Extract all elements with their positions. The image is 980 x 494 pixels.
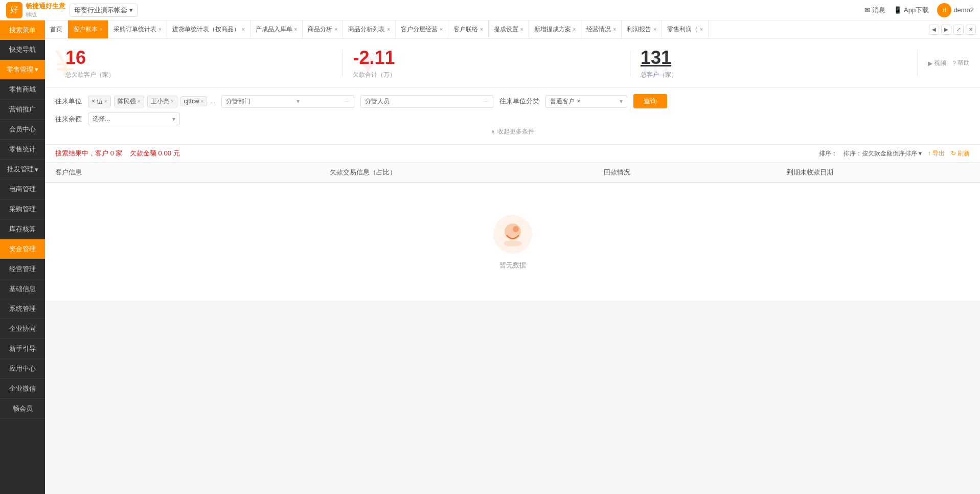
sidebar-item-wechat[interactable]: 企业微信 xyxy=(0,379,45,399)
store-selector[interactable]: 母婴行业演示帐套 ▾ xyxy=(70,4,138,17)
sidebar-system-label: 系统管理 xyxy=(9,305,36,312)
help-icon: ? xyxy=(952,60,956,67)
tab-close-all-btn[interactable]: ✕ xyxy=(966,25,976,35)
stat-total-debt: ✦ -2.11 欠款合计（万） xyxy=(343,47,630,79)
sidebar-item-search[interactable]: 搜索菜单 xyxy=(0,20,45,40)
sidebar-item-quick-nav[interactable]: 快捷导航 xyxy=(0,40,45,60)
sidebar-retail-stats-label: 零售统计 xyxy=(9,145,36,153)
collapse-btn[interactable]: ∧ 收起更多条件 xyxy=(55,125,970,138)
logo-sub: 标版 xyxy=(26,11,65,18)
filter-tag-1-close[interactable]: × xyxy=(138,99,141,104)
stat-customers-bg-icon: ¥ xyxy=(55,43,75,84)
sidebar-item-system[interactable]: 系统管理 xyxy=(0,299,45,319)
message-icon: ✉ xyxy=(864,6,870,14)
tab-profit-report-label: 利润报告 xyxy=(627,25,651,34)
sidebar-item-basic-info[interactable]: 基础信息 xyxy=(0,279,45,299)
tab-customer-layer[interactable]: 客户分层经营 × xyxy=(396,20,448,39)
tab-incoming-stats[interactable]: 进货单统计表（按商品） × xyxy=(167,20,250,39)
logo-icon: 好 xyxy=(6,2,22,18)
tab-commission-settings[interactable]: 提成设置 × xyxy=(489,20,529,39)
user-area[interactable]: d demo2 xyxy=(937,3,974,17)
tab-incoming-stats-close[interactable]: × xyxy=(242,27,245,32)
tab-product-analysis-list[interactable]: 商品分析列表 × xyxy=(343,20,396,39)
sidebar-item-finance[interactable]: 资金管理 xyxy=(0,239,45,259)
tab-home[interactable]: 首页 xyxy=(45,20,68,39)
sidebar-inventory-label: 库存核算 xyxy=(9,225,36,233)
messages-btn[interactable]: ✉ 消息 xyxy=(864,6,885,15)
export-label: 导出 xyxy=(932,149,945,158)
sidebar-item-purchase[interactable]: 采购管理 xyxy=(0,199,45,219)
results-count: 0 xyxy=(110,149,114,157)
tab-retail-profit[interactable]: 零售利润（ × xyxy=(662,20,709,39)
sidebar-item-newbie[interactable]: 新手引导 xyxy=(0,339,45,359)
sidebar-item-operations[interactable]: 经营管理 xyxy=(0,259,45,279)
sidebar-item-retail-stats[interactable]: 零售统计 xyxy=(0,140,45,160)
empty-state: 暂无数据 xyxy=(45,183,980,301)
filter-tag-0-close[interactable]: × xyxy=(104,99,107,104)
tab-customer-layer-close[interactable]: × xyxy=(440,27,443,32)
sidebar-item-marketing[interactable]: 营销推广 xyxy=(0,100,45,120)
sidebar-item-member-center[interactable]: 会员中心 xyxy=(0,120,45,140)
results-info: 搜索结果中，客户 0 家 欠款金额 0.00 元 xyxy=(55,149,180,158)
tab-profit-report-close[interactable]: × xyxy=(653,27,656,32)
dept-clear-icon[interactable]: ··· xyxy=(345,98,350,104)
tab-customer-layer-label: 客户分层经营 xyxy=(401,25,438,34)
tab-operation-status[interactable]: 经营情况 × xyxy=(581,20,622,39)
dept-select[interactable]: 分管部门 ▾ ··· xyxy=(221,95,354,108)
tab-product-analysis[interactable]: 商品分析 × xyxy=(303,20,343,39)
tab-customer-ledger[interactable]: 客户账本 × xyxy=(68,20,108,39)
tab-new-commission-close[interactable]: × xyxy=(573,27,576,32)
unit-class-clear-btn[interactable]: × xyxy=(577,98,580,105)
unit-class-value: 普通客户 xyxy=(550,97,575,106)
sidebar-marketing-label: 营销推广 xyxy=(9,105,36,113)
refresh-btn[interactable]: ↻ 刷新 xyxy=(951,149,970,158)
tab-retail-profit-close[interactable]: × xyxy=(700,27,703,32)
balance-select[interactable]: 选择... ▾ xyxy=(88,113,180,125)
tab-next-btn[interactable]: ▶ xyxy=(941,25,951,35)
sort-value: 排序：按欠款金额倒序排序 xyxy=(844,149,917,158)
tab-customer-contact[interactable]: 客户联络 × xyxy=(448,20,489,39)
video-btn[interactable]: ▶ 视频 xyxy=(928,59,946,68)
unit-label: 往来单位 xyxy=(55,97,82,106)
tab-customer-ledger-close[interactable]: × xyxy=(100,27,103,32)
tab-new-commission[interactable]: 新增提成方案 × xyxy=(529,20,582,39)
unit-class-select[interactable]: 普通客户 × ▾ xyxy=(545,95,627,108)
tab-customer-contact-close[interactable]: × xyxy=(480,27,483,32)
tab-profit-report[interactable]: 利润报告 × xyxy=(622,20,662,39)
sort-select[interactable]: 排序：按欠款金额倒序排序 ▾ xyxy=(844,149,922,158)
tab-purchase-order-stats-close[interactable]: × xyxy=(158,27,162,32)
tab-commission-settings-close[interactable]: × xyxy=(520,27,523,32)
person-select[interactable]: 分管人员 ··· xyxy=(360,95,493,108)
help-btn[interactable]: ? 帮助 xyxy=(952,59,970,68)
tab-purchase-order-stats[interactable]: 采购订单统计表 × xyxy=(108,20,167,39)
tab-prev-btn[interactable]: ◀ xyxy=(929,25,939,35)
sidebar-item-wholesale[interactable]: 批发管理 ▾ xyxy=(0,160,45,179)
unit-class-label: 往来单位分类 xyxy=(499,97,539,106)
tab-product-analysis-close[interactable]: × xyxy=(334,27,337,32)
query-btn[interactable]: 查询 xyxy=(633,94,667,108)
filter-tag-3: cjttcw × xyxy=(180,96,208,106)
sidebar-item-inventory[interactable]: 库存核算 xyxy=(0,219,45,239)
sidebar-item-app-center[interactable]: 应用中心 xyxy=(0,359,45,379)
tab-product-inbound[interactable]: 产成品入库单 × xyxy=(250,20,303,39)
filter-tag-3-close[interactable]: × xyxy=(201,99,204,104)
data-table: 客户信息 欠款交易信息（占比） 回款情况 到期未收款日期 xyxy=(45,163,980,301)
filter-tag-2-close[interactable]: × xyxy=(171,99,174,104)
export-icon: ↑ xyxy=(928,150,931,157)
sidebar-item-retail[interactable]: 零售管理 ▾ xyxy=(0,60,45,80)
sidebar-item-changhui[interactable]: 畅会员 xyxy=(0,399,45,419)
tab-home-label: 首页 xyxy=(50,25,62,34)
username: demo2 xyxy=(953,6,974,14)
person-clear-icon[interactable]: ··· xyxy=(484,98,489,104)
tab-product-analysis-list-close[interactable]: × xyxy=(387,27,390,32)
sidebar-item-enterprise[interactable]: 企业协同 xyxy=(0,319,45,339)
export-btn[interactable]: ↑ 导出 xyxy=(928,149,945,158)
sidebar-item-ecommerce[interactable]: 电商管理 xyxy=(0,179,45,199)
sidebar-item-retail-mall[interactable]: 零售商城 xyxy=(0,80,45,100)
app-download-btn[interactable]: 📱 App下载 xyxy=(894,6,929,15)
tab-product-inbound-close[interactable]: × xyxy=(294,27,298,32)
col-due-date: 到期未收款日期 xyxy=(787,168,970,177)
tab-operation-status-close[interactable]: × xyxy=(613,27,616,32)
filter-more-btn[interactable]: ... xyxy=(210,98,215,105)
tab-expand-btn[interactable]: ⤢ xyxy=(953,25,964,35)
